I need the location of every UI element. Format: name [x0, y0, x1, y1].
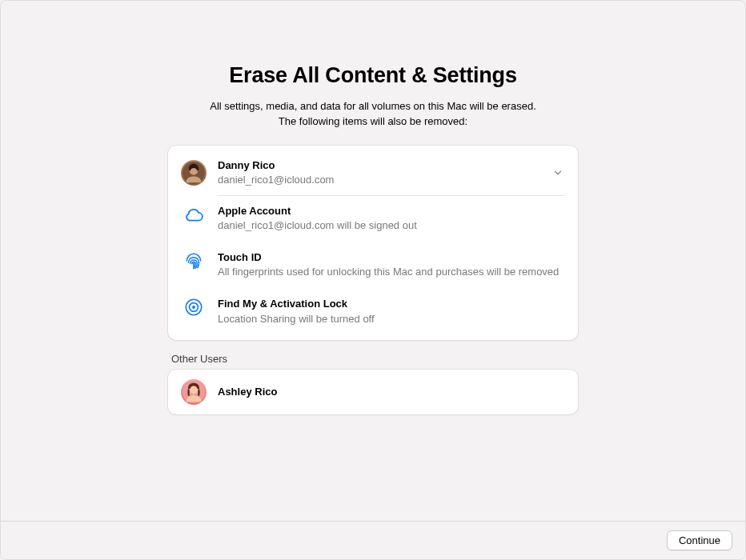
primary-user-name: Danny Rico [218, 158, 546, 173]
page-subtitle: All settings, media, and data for all vo… [210, 99, 536, 130]
svg-point-4 [192, 306, 195, 309]
avatar-primary [181, 160, 207, 186]
primary-user-email: daniel_rico1@icloud.com [218, 173, 546, 187]
chevron-down-icon[interactable] [546, 164, 565, 182]
continue-button[interactable]: Continue [667, 530, 732, 550]
items-card: Danny Rico daniel_rico1@icloud.com Apple… [168, 146, 578, 340]
other-user-name: Ashley Rico [218, 385, 565, 399]
item-apple-account: Apple Account daniel_rico1@icloud.com wi… [181, 196, 565, 242]
cloud-icon [181, 204, 207, 225]
item-find-my: Find My & Activation Lock Location Shari… [181, 289, 565, 335]
avatar-secondary [181, 379, 207, 405]
item-title: Apple Account [218, 204, 565, 218]
other-users-card: Ashley Rico [168, 370, 578, 414]
item-title: Find My & Activation Lock [218, 297, 565, 311]
other-user-row[interactable]: Ashley Rico [181, 376, 565, 408]
subtitle-line-1: All settings, media, and data for all vo… [210, 100, 536, 112]
item-touch-id: Touch ID All fingerprints used for unloc… [181, 242, 565, 289]
item-detail: All fingerprints used for unlocking this… [218, 265, 565, 279]
item-detail: daniel_rico1@icloud.com will be signed o… [218, 218, 565, 233]
other-users-label: Other Users [168, 353, 578, 365]
subtitle-line-2: The following items will also be removed… [279, 115, 467, 127]
footer-bar: Continue [1, 521, 745, 559]
item-title: Touch ID [218, 250, 565, 265]
item-detail: Location Sharing will be turned off [218, 312, 565, 326]
primary-user-row[interactable]: Danny Rico daniel_rico1@icloud.com [181, 157, 565, 195]
page-title: Erase All Content & Settings [229, 63, 516, 88]
findmy-icon [181, 297, 207, 318]
fingerprint-icon [181, 250, 207, 271]
